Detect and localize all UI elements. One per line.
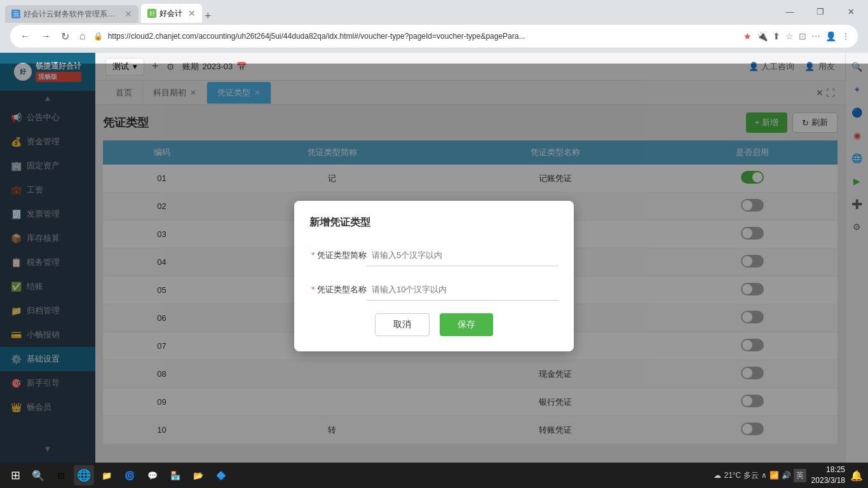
taskbar-wifi: 📶 <box>770 471 779 480</box>
taskbar-sys-icons: ☁ 21°C 多云 ∧ 📶 🔊 英 <box>714 469 806 482</box>
taskbar-explorer[interactable]: 📁 <box>97 465 117 485</box>
form-row-short-name: 凭证类型简称 <box>309 245 559 266</box>
taskbar-browser[interactable]: 🔷 <box>211 465 231 485</box>
date-display: 2023/3/18 <box>811 475 845 486</box>
taskbar-files[interactable]: 📂 <box>188 465 208 485</box>
taskbar-caret[interactable]: ∧ <box>761 471 767 480</box>
bookmark-icon[interactable]: ★ <box>743 31 752 41</box>
taskbar-speaker: 🔊 <box>782 471 791 480</box>
more-icon[interactable]: ⋯ <box>811 31 820 41</box>
taskbar-temp: 21°C 多云 <box>724 470 758 481</box>
update-icon[interactable]: ⬆ <box>773 31 780 41</box>
address-url: https://cloud2.chanjet.com/accounting/uh… <box>108 32 738 41</box>
tab-favicon-2: 好 <box>147 9 156 18</box>
close-button[interactable]: ✕ <box>836 2 865 21</box>
address-bar[interactable]: ← → ↻ ⌂ 🔒 https://cloud2.chanjet.com/acc… <box>10 25 858 48</box>
taskbar-chrome[interactable]: 🌀 <box>119 465 140 485</box>
cancel-button[interactable]: 取消 <box>375 313 430 336</box>
taskbar-edge[interactable]: 🌐 <box>74 465 94 485</box>
taskbar-search-button[interactable]: 🔍 <box>28 465 48 485</box>
browser-chrome: 云 好会计云财务软件管理系统_会计 ✕ 好 好会计 ✕ + — ❐ ✕ <box>0 0 868 23</box>
short-name-label: 凭证类型简称 <box>309 250 367 261</box>
browser-tab-2[interactable]: 好 好会计 ✕ <box>141 4 202 23</box>
tab-close-2[interactable]: ✕ <box>188 9 196 18</box>
tab-label-1: 好会计云财务软件管理系统_会计 <box>24 9 119 20</box>
modal-title: 新增凭证类型 <box>309 216 559 229</box>
forward-button[interactable]: → <box>38 29 53 43</box>
user-avatar-icon[interactable]: 👤 <box>825 31 836 41</box>
window-controls: — ❐ ✕ <box>775 2 868 21</box>
home-button[interactable]: ⌂ <box>77 29 88 43</box>
back-button[interactable]: ← <box>18 29 33 43</box>
taskbar-wechat[interactable]: 💬 <box>142 465 163 485</box>
tab-favicon-1: 云 <box>11 10 20 18</box>
taskbar-right: ☁ 21°C 多云 ∧ 📶 🔊 英 18:25 2023/3/18 🔔 <box>714 464 863 486</box>
minimize-button[interactable]: — <box>775 2 804 21</box>
modal-overlay: 新增凭证类型 凭证类型简称 凭证类型名称 取消 保存 <box>0 64 868 488</box>
save-button[interactable]: 保存 <box>440 313 493 336</box>
taskbar-weather: ☁ <box>714 471 721 480</box>
taskbar-lang[interactable]: 英 <box>794 469 806 482</box>
tab-label-2: 好会计 <box>159 8 182 19</box>
taskbar-time[interactable]: 18:25 2023/3/18 <box>811 464 845 486</box>
full-name-label: 凭证类型名称 <box>309 284 367 295</box>
reload-button[interactable]: ↻ <box>58 29 72 44</box>
taskbar-taskview[interactable]: ⊡ <box>51 465 71 485</box>
tab-close-1[interactable]: ✕ <box>125 10 132 18</box>
notification-button[interactable]: 🔔 <box>850 470 863 482</box>
extension-icon[interactable]: 🔌 <box>757 31 768 41</box>
short-name-input[interactable] <box>367 245 559 266</box>
tab-search-icon[interactable]: ⊡ <box>799 31 806 41</box>
browser-tab-1[interactable]: 云 好会计云财务软件管理系统_会计 ✕ <box>5 5 139 23</box>
modal-buttons: 取消 保存 <box>309 313 559 336</box>
start-button[interactable]: ⊞ <box>5 465 25 485</box>
form-row-full-name: 凭证类型名称 <box>309 279 559 301</box>
new-tab-button[interactable]: + <box>202 10 214 23</box>
maximize-button[interactable]: ❐ <box>806 2 835 21</box>
full-name-input[interactable] <box>367 279 559 301</box>
modal-dialog: 新增凭证类型 凭证类型简称 凭证类型名称 取消 保存 <box>294 201 574 351</box>
star-icon[interactable]: ☆ <box>785 31 794 41</box>
menu-icon[interactable]: ⋮ <box>841 31 850 41</box>
taskbar: ⊞ 🔍 ⊡ 🌐 📁 🌀 💬 🏪 📂 🔷 ☁ 21°C 多云 ∧ 📶 🔊 英 18… <box>0 463 868 488</box>
taskbar-store[interactable]: 🏪 <box>165 465 186 485</box>
tab-bar: 云 好会计云财务软件管理系统_会计 ✕ 好 好会计 ✕ + <box>5 0 775 23</box>
time-display: 18:25 <box>811 464 845 475</box>
